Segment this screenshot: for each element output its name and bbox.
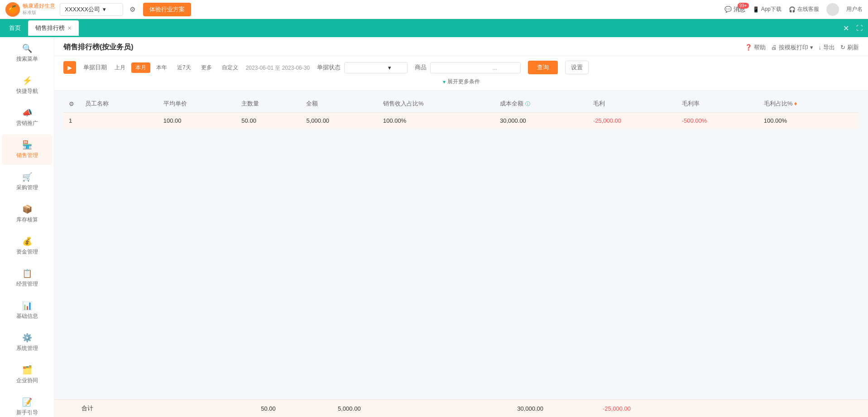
sidebar-item-sales[interactable]: 🏪 销售管理 bbox=[2, 134, 52, 165]
date-filter-label: 单据日期 bbox=[83, 63, 107, 72]
clipboard-icon: 📋 bbox=[22, 268, 32, 278]
date-tab-this-month[interactable]: 本月 bbox=[131, 62, 150, 73]
sidebar-label-marketing: 营销推广 bbox=[16, 120, 38, 127]
tab-bar: 首页 销售排行榜 ✕ ✕ ⛶ bbox=[0, 19, 868, 37]
store-icon: 🏪 bbox=[22, 140, 32, 150]
online-service-button[interactable]: 🎧 在线客服 bbox=[789, 5, 819, 13]
date-tab-this-year[interactable]: 本年 bbox=[152, 62, 171, 73]
notification-button[interactable]: 💬 消息 99+ bbox=[724, 5, 745, 14]
status-filter-group: 单据状态 ▾ bbox=[317, 62, 408, 73]
filter-bar: ▶ 单据日期 上月 本月 本年 近7天 更多 自定义 2023-06-01 至 … bbox=[54, 56, 868, 91]
sidebar-item-inventory[interactable]: 📦 库存核算 bbox=[2, 199, 52, 229]
logo-icon: 🍊 bbox=[5, 2, 20, 17]
sidebar-label-enterprise: 企业协同 bbox=[16, 377, 38, 384]
sidebar-label-guide: 新手引导 bbox=[16, 409, 38, 417]
date-tab-more[interactable]: 更多 bbox=[197, 62, 216, 73]
app-download-button[interactable]: 📱 App下载 bbox=[753, 5, 782, 13]
sidebar-item-search[interactable]: 🔍 搜索菜单 bbox=[2, 38, 52, 68]
status-chevron-icon: ▾ bbox=[388, 64, 391, 71]
footer-table: 合计 50.00 5,000.00 30,000.00 -25,000.00 bbox=[63, 404, 859, 412]
table-footer: 合计 50.00 5,000.00 30,000.00 -25,000.00 bbox=[54, 399, 868, 417]
headset-icon: 🎧 bbox=[789, 6, 796, 13]
home-tab-label: 首页 bbox=[9, 24, 21, 32]
logo: 🍊 畅康通好生意 标准版 bbox=[5, 2, 60, 17]
date-tab-custom[interactable]: 自定义 bbox=[218, 62, 242, 73]
refresh-icon: ↻ bbox=[840, 44, 845, 51]
sidebar-label-finance: 资金管理 bbox=[16, 248, 38, 256]
online-service-label: 在线客服 bbox=[797, 5, 819, 13]
print-button[interactable]: 🖨 按模板打印 ▾ bbox=[771, 43, 813, 52]
date-tab-last-month[interactable]: 上月 bbox=[110, 62, 129, 73]
settings-button[interactable]: 设置 bbox=[565, 61, 589, 74]
sidebar-item-enterprise[interactable]: 🗂️ 企业协同 bbox=[2, 359, 52, 390]
content-area: 销售排行榜(按业务员) ❓ 帮助 🖨 按模板打印 ▾ ↓ 导出 ↻ 刷新 bbox=[54, 37, 868, 417]
print-chevron-icon: ▾ bbox=[810, 44, 813, 51]
col-settings-icon[interactable]: ⚙ bbox=[63, 95, 80, 113]
phone-icon: 📱 bbox=[753, 6, 759, 13]
megaphone-icon: 📣 bbox=[22, 108, 32, 118]
sales-tab-label: 销售排行榜 bbox=[35, 24, 65, 32]
tab-close-icon[interactable]: ✕ bbox=[67, 25, 72, 31]
logo-sub: 标准版 bbox=[23, 10, 55, 16]
page-title: 销售排行榜(按业务员) bbox=[63, 43, 134, 52]
page-actions: ❓ 帮助 🖨 按模板打印 ▾ ↓ 导出 ↻ 刷新 bbox=[745, 43, 859, 52]
sidebar-item-guide[interactable]: 📝 新手引导 bbox=[2, 392, 52, 417]
footer-label: 合计 bbox=[82, 404, 184, 412]
footer-avg-price bbox=[184, 404, 261, 412]
footer-gross: -25,000.00 bbox=[603, 404, 688, 412]
guide-icon: 📝 bbox=[22, 397, 32, 407]
sidebar-item-shortcuts[interactable]: ⚡ 快捷导航 bbox=[2, 70, 52, 101]
filter-toggle-button[interactable]: ▶ bbox=[63, 61, 76, 74]
tab-bar-expand-button[interactable]: ⛶ bbox=[853, 21, 866, 35]
search-button[interactable]: 查询 bbox=[528, 61, 558, 74]
col-header-amount: 全额 bbox=[301, 95, 378, 113]
goods-more-icon: ... bbox=[492, 64, 497, 71]
col-header-avg-price: 平均单价 bbox=[158, 95, 236, 113]
footer-gross-pct bbox=[773, 404, 859, 412]
folder-icon: 🗂️ bbox=[22, 365, 32, 375]
refresh-button[interactable]: ↻ 刷新 bbox=[840, 43, 859, 52]
sidebar-item-finance[interactable]: 💰 资金管理 bbox=[2, 231, 52, 261]
chevron-down-expand-icon: ▾ bbox=[443, 79, 446, 85]
sidebar-item-operations[interactable]: 📋 经营管理 bbox=[2, 263, 52, 293]
export-button[interactable]: ↓ 导出 bbox=[819, 43, 835, 52]
trial-button[interactable]: 体验行业方案 bbox=[143, 3, 191, 16]
cell-cost: 30,000.00 bbox=[494, 113, 588, 129]
sidebar: 🔍 搜索菜单 ⚡ 快捷导航 📣 营销推广 🏪 销售管理 🛒 采购管理 📦 库存核… bbox=[0, 37, 54, 417]
goods-input[interactable]: ... bbox=[430, 62, 521, 73]
cell-name bbox=[80, 113, 158, 129]
cell-sales-pct: 100.00% bbox=[378, 113, 494, 129]
sidebar-item-marketing[interactable]: 📣 营销推广 bbox=[2, 102, 52, 133]
logo-text: 畅康通好生意 bbox=[23, 3, 55, 9]
tab-home[interactable]: 首页 bbox=[2, 20, 28, 36]
cell-rank: 1 bbox=[63, 113, 80, 129]
footer-sales-pct bbox=[423, 404, 518, 412]
gear-button[interactable]: ⚙ bbox=[126, 3, 139, 16]
col-header-gross: 毛利 bbox=[588, 95, 676, 113]
data-table: ⚙ 员工名称 平均单价 主数量 全额 销售收入占比% 成本全额 ⓘ 毛利 毛利率… bbox=[63, 95, 859, 129]
filter-row-1: ▶ 单据日期 上月 本月 本年 近7天 更多 自定义 2023-06-01 至 … bbox=[63, 61, 859, 74]
col-header-gross-rate: 毛利率 bbox=[676, 95, 758, 113]
cell-amount: 5,000.00 bbox=[301, 113, 378, 129]
status-select[interactable]: ▾ bbox=[344, 62, 408, 73]
col-header-qty: 主数量 bbox=[236, 95, 301, 113]
date-tab-7days[interactable]: 近7天 bbox=[173, 62, 195, 73]
footer-qty: 50.00 bbox=[261, 404, 338, 412]
sidebar-item-system[interactable]: ⚙️ 系统管理 bbox=[2, 327, 52, 358]
table-header-row: ⚙ 员工名称 平均单价 主数量 全额 销售收入占比% 成本全额 ⓘ 毛利 毛利率… bbox=[63, 95, 859, 113]
page-header: 销售排行榜(按业务员) ❓ 帮助 🖨 按模板打印 ▾ ↓ 导出 ↻ 刷新 bbox=[54, 37, 868, 56]
col-header-gross-pct: 毛利占比% ♦ bbox=[758, 95, 859, 113]
footer-cost: 30,000.00 bbox=[517, 404, 603, 412]
main-layout: 🔍 搜索菜单 ⚡ 快捷导航 📣 营销推广 🏪 销售管理 🛒 采购管理 📦 库存核… bbox=[0, 37, 868, 417]
company-selector[interactable]: XXXXXX公司 ▾ bbox=[60, 3, 123, 16]
print-icon: 🖨 bbox=[771, 44, 777, 51]
expand-label: 展开更多条件 bbox=[447, 78, 480, 86]
avatar[interactable] bbox=[826, 3, 839, 16]
tab-sales-ranking[interactable]: 销售排行榜 ✕ bbox=[28, 20, 79, 36]
help-button[interactable]: ❓ 帮助 bbox=[745, 43, 766, 52]
sidebar-item-basic-info[interactable]: 📊 基础信息 bbox=[2, 295, 52, 326]
sidebar-item-purchase[interactable]: 🛒 采购管理 bbox=[2, 167, 52, 197]
sidebar-label-purchase: 采购管理 bbox=[16, 184, 38, 192]
tab-bar-close-button[interactable]: ✕ bbox=[839, 20, 853, 36]
expand-conditions-button[interactable]: ▾ 展开更多条件 bbox=[63, 78, 859, 86]
